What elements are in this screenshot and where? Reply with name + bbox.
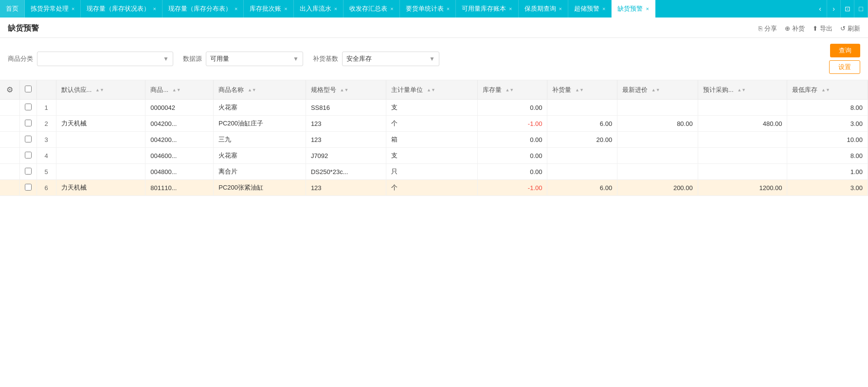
filter-actions: 查询 设置 — [829, 44, 860, 74]
row-estimated-purchase-2 — [698, 132, 787, 148]
sort-default-supplier-icon[interactable]: ▲▼ — [95, 88, 104, 92]
tab-item-1[interactable]: 拣货异常处理× — [25, 0, 81, 18]
tab-label-3: 现存量（库存分布表） — [168, 4, 232, 13]
share-icon: ⎘ — [759, 25, 762, 32]
row-supplier-0 — [56, 100, 145, 116]
tab-close-4[interactable]: × — [284, 6, 287, 12]
window-maximize[interactable]: □ — [854, 0, 868, 18]
sort-estimated-purchase-icon[interactable]: ▲▼ — [737, 88, 746, 92]
row-checkbox-2[interactable] — [25, 136, 32, 142]
col-replenish-qty: 补货量 ▲▼ — [547, 80, 617, 100]
row-latest-price-5: 200.00 — [617, 180, 698, 196]
row-replenish-qty-2: 20.00 — [547, 132, 617, 148]
sort-replenish-qty-icon[interactable]: ▲▼ — [575, 88, 584, 92]
row-min-stock-4: 1.00 — [787, 164, 868, 180]
tab-item-3[interactable]: 现存量（库存分布表）× — [163, 0, 244, 18]
export-action[interactable]: ⬆ 导出 — [813, 24, 832, 33]
sort-spec-icon[interactable]: ▲▼ — [340, 88, 349, 92]
category-select[interactable]: ▼ — [37, 52, 173, 66]
row-checkbox-0[interactable] — [25, 104, 32, 110]
sort-stock-icon[interactable]: ▲▼ — [505, 88, 514, 92]
table-container: ⚙ 默认供应... ▲▼ 商品... ▲▼ 商品名称 — [0, 80, 868, 196]
replenish-base-label: 补货基数 — [313, 54, 338, 63]
tab-item-10[interactable]: 超储预警× — [568, 0, 612, 18]
tab-close-9[interactable]: × — [559, 6, 562, 12]
row-checkbox-4[interactable] — [25, 168, 32, 175]
row-num-2: 3 — [36, 132, 56, 148]
col-estimated-purchase: 预计采购... ▲▼ — [698, 80, 787, 100]
row-num-5: 6 — [36, 180, 56, 196]
tab-item-4[interactable]: 库存批次账× — [244, 0, 293, 18]
tab-close-8[interactable]: × — [509, 6, 512, 12]
tab-item-0[interactable]: 首页 — [0, 0, 25, 18]
row-unit-3: 支 — [386, 148, 477, 164]
row-checkbox-1[interactable] — [25, 120, 32, 126]
tab-item-8[interactable]: 可用量库存账本× — [456, 0, 518, 18]
tab-item-2[interactable]: 现存量（库存状况表）× — [81, 0, 162, 18]
tab-label-2: 现存量（库存状况表） — [87, 4, 150, 13]
share-action[interactable]: ⎘ 分享 — [759, 24, 777, 33]
row-estimated-purchase-4 — [698, 164, 787, 180]
row-checkbox-3[interactable] — [25, 152, 32, 158]
col-checkbox-all — [19, 80, 36, 100]
tab-close-3[interactable]: × — [235, 6, 237, 12]
row-checkbox-cell-2 — [19, 132, 36, 148]
row-min-stock-1: 3.00 — [787, 116, 868, 132]
row-product-name-2: 三九 — [214, 132, 306, 148]
tab-close-1[interactable]: × — [72, 6, 74, 12]
settings-button[interactable]: 设置 — [829, 60, 860, 74]
row-settings-cell-5 — [0, 180, 19, 196]
col-latest-price: 最新进价 ▲▼ — [617, 80, 698, 100]
tab-scroll-prev[interactable]: ‹ — [814, 0, 827, 18]
sort-min-stock-icon[interactable]: ▲▼ — [821, 88, 830, 92]
column-settings-button[interactable]: ⚙ — [5, 84, 14, 95]
row-checkbox-cell-5 — [19, 180, 36, 196]
tab-item-11[interactable]: 缺货预警× — [612, 0, 655, 18]
tab-close-10[interactable]: × — [602, 6, 605, 12]
refresh-action[interactable]: ↺ 刷新 — [840, 24, 860, 33]
page-content: 缺货预警 ⎘ 分享 ⊕ 补货 ⬆ 导出 ↺ 刷新 商品分类 — [0, 18, 868, 387]
sort-product-name-icon[interactable]: ▲▼ — [248, 88, 256, 92]
replenish-base-select[interactable]: 安全库存 ▼ — [342, 52, 439, 66]
tab-scroll-next[interactable]: › — [827, 0, 841, 18]
tab-close-11[interactable]: × — [646, 6, 649, 12]
datasource-select[interactable]: 可用量 ▼ — [206, 52, 303, 66]
row-product-name-1: PC200油缸庄子 — [214, 116, 306, 132]
select-all-checkbox[interactable] — [25, 86, 32, 92]
row-estimated-purchase-0 — [698, 100, 787, 116]
tab-close-6[interactable]: × — [390, 6, 393, 12]
row-checkbox-cell-4 — [19, 164, 36, 180]
col-rownum — [36, 80, 56, 100]
tab-label-7: 要货单统计表 — [406, 4, 444, 13]
row-supplier-5: 力天机械 — [56, 180, 145, 196]
sort-latest-price-icon[interactable]: ▲▼ — [651, 88, 660, 92]
row-replenish-qty-0 — [547, 100, 617, 116]
share-label: 分享 — [764, 24, 777, 33]
window-restore[interactable]: ⊡ — [841, 0, 854, 18]
refresh-label: 刷新 — [848, 24, 860, 33]
col-settings: ⚙ — [0, 80, 19, 100]
tab-item-5[interactable]: 出入库流水× — [294, 0, 344, 18]
tab-item-6[interactable]: 收发存汇总表× — [344, 0, 399, 18]
table-row: 4004600...火花塞J7092支0.008.00 — [0, 148, 868, 164]
tab-item-9[interactable]: 保质期查询× — [519, 0, 568, 18]
row-product-name-5: PC200张紧油缸 — [214, 180, 306, 196]
row-product-name-4: 离合片 — [214, 164, 306, 180]
replenish-icon: ⊕ — [785, 25, 790, 32]
tab-close-5[interactable]: × — [334, 6, 337, 12]
tab-close-2[interactable]: × — [153, 6, 156, 12]
sort-product-code-icon[interactable]: ▲▼ — [172, 88, 181, 92]
tab-close-7[interactable]: × — [447, 6, 450, 12]
row-min-stock-5: 3.00 — [787, 180, 868, 196]
row-checkbox-5[interactable] — [25, 184, 32, 191]
tab-label-1: 拣货异常处理 — [31, 4, 69, 13]
sort-unit-icon[interactable]: ▲▼ — [427, 88, 435, 92]
row-replenish-qty-3 — [547, 148, 617, 164]
col-default-supplier: 默认供应... ▲▼ — [56, 80, 145, 100]
replenish-action[interactable]: ⊕ 补货 — [785, 24, 805, 33]
row-estimated-purchase-1: 480.00 — [698, 116, 787, 132]
tab-item-7[interactable]: 要货单统计表× — [400, 0, 456, 18]
row-unit-1: 个 — [386, 116, 477, 132]
row-supplier-2 — [56, 132, 145, 148]
query-button[interactable]: 查询 — [830, 44, 860, 57]
